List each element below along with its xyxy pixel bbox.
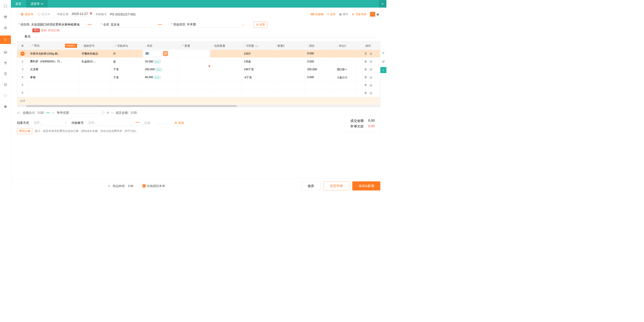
cell-unit2[interactable]: 小盒(1小 [335, 73, 356, 81]
cell-qty2[interactable] [273, 58, 305, 65]
cell-quote[interactable]: 0.000 [305, 73, 335, 81]
allocation-button[interactable]: 费用分摊 [17, 128, 32, 134]
delete-row-icon[interactable]: 🗑 [364, 83, 367, 87]
calendar-icon[interactable]: 📅 [89, 12, 92, 15]
cell-quote[interactable] [305, 81, 335, 89]
pay-account-select[interactable]: 选择...••• [88, 120, 140, 126]
nav-home-icon[interactable] [2, 3, 8, 9]
col-unit[interactable]: ⇅*采购单位 [111, 42, 142, 50]
cell-product[interactable] [28, 89, 79, 97]
cell-qty[interactable] [178, 89, 210, 97]
cell-unit[interactable]: 斤 [111, 50, 142, 58]
cell-spec[interactable] [79, 89, 111, 97]
table-row[interactable]: 4 草莓 千克 40.000历史 -9千克 0.000 小盒(1小 🗑⊞ [17, 73, 380, 81]
nav-contact-icon[interactable] [2, 82, 8, 88]
rail-note-icon[interactable]: 🗏 [380, 50, 386, 56]
cell-qty[interactable] [178, 81, 210, 89]
warehouse-input[interactable]: 北京仓 ••• [111, 21, 162, 28]
price-more-button[interactable]: ⋯ [163, 51, 168, 56]
nav-finance-icon[interactable]: ¥ [2, 60, 8, 66]
radio-purchase[interactable]: 进货单 [21, 12, 33, 16]
price-input[interactable]: 35 [143, 51, 162, 57]
cell-avail[interactable] [242, 89, 273, 97]
note-input[interactable] [32, 35, 379, 37]
cell-unit[interactable] [111, 81, 142, 89]
view-list-icon[interactable]: ≡ [370, 12, 375, 16]
cell-price[interactable]: 35⋯ [143, 50, 178, 58]
add-payment-button[interactable]: ⊕添加 [175, 121, 184, 125]
col-avail[interactable]: ⇅可用量（... [242, 42, 273, 50]
shortcut-button[interactable]: ⌨快捷键 [310, 12, 324, 16]
cell-qty2[interactable] [273, 81, 305, 89]
cell-pack[interactable] [210, 89, 241, 97]
scan-button[interactable]: 扫码录入 [65, 44, 77, 48]
cell-price[interactable]: 40.000历史 [143, 73, 178, 81]
cell-unit[interactable]: 千克 [111, 65, 142, 73]
copy-row-icon[interactable]: ⊞ [370, 83, 372, 87]
nav-report-icon[interactable] [2, 71, 8, 77]
cell-spec[interactable]: 礼盒装01-... [79, 58, 111, 65]
cell-quote[interactable] [305, 89, 335, 97]
cell-quote[interactable]: 200.000 [305, 65, 335, 73]
history-tag[interactable]: 历史 [154, 76, 160, 79]
save-new-button[interactable]: 保存&新增 [352, 181, 380, 191]
cell-unit2[interactable]: 袋(1袋 ≈ [335, 65, 356, 73]
cell-qty2[interactable] [273, 50, 305, 58]
cell-unit[interactable] [111, 89, 142, 97]
add-row-button[interactable]: + [20, 52, 25, 56]
col-price[interactable]: ⇅单价 [143, 42, 178, 50]
cell-qty2[interactable] [273, 89, 305, 97]
col-product[interactable]: ⇅*商品扫码录入 [28, 42, 79, 50]
cell-avail[interactable] [242, 81, 273, 89]
more-icon[interactable]: ••• [88, 23, 92, 26]
col-unit2[interactable]: ⇅单位2 [335, 42, 356, 50]
delete-row-icon[interactable]: 🗑 [364, 52, 367, 55]
cell-spec[interactable] [79, 73, 111, 81]
col-quote[interactable]: ⇅报价 [305, 42, 335, 50]
cell-qty2[interactable] [273, 65, 305, 73]
cell-pack[interactable] [210, 58, 241, 65]
col-qty[interactable]: ⇅*数量 [178, 42, 210, 50]
cell-avail[interactable]: 136盒 [242, 58, 273, 65]
supplier-input[interactable]: 大连花园口经济区景和水果种植基地 ••• [31, 21, 92, 28]
rail-link-icon[interactable]: 🔗 [380, 59, 386, 65]
cell-qty[interactable] [178, 65, 210, 73]
cell-spec[interactable] [79, 81, 111, 89]
select-order-button[interactable]: ⟳选单 [327, 12, 336, 16]
save-draft-button[interactable]: 保存草稿 [324, 181, 349, 191]
cell-price[interactable]: 26.000历史 [143, 58, 178, 65]
cell-pack[interactable] [210, 81, 241, 89]
cell-pack[interactable] [210, 50, 241, 58]
gear-icon[interactable]: ⚙ [17, 42, 28, 50]
cell-avail[interactable]: -9千克 [242, 73, 273, 81]
history-tag[interactable]: 历史 [156, 68, 162, 71]
view-grid-icon[interactable]: ▤ [375, 12, 380, 16]
cell-unit2[interactable] [335, 50, 356, 58]
nav-warehouse-icon[interactable] [2, 49, 8, 55]
cell-product[interactable]: 火龙果 [28, 65, 79, 73]
cell-product[interactable]: 华美华夫软饼1200g 糕... [28, 50, 79, 58]
discount-input[interactable] [72, 112, 99, 114]
table-row[interactable]: 3 火龙果 千克 200.000历史 198千克 200.000 袋(1袋 ≈ … [17, 65, 380, 73]
table-row[interactable]: 6 🗑⊞ [17, 89, 380, 97]
copy-row-icon[interactable]: ⊞ [370, 91, 372, 95]
tab-purchase[interactable]: 进货单 ✕ [26, 0, 48, 8]
delete-row-icon[interactable]: 🗑 [364, 76, 367, 79]
chevron-down-icon[interactable]: ⌄ [242, 23, 244, 26]
cell-quote[interactable]: 0.000 [305, 58, 335, 65]
table-row[interactable]: + 华美华夫软饼1200g 糕... 早餐休闲食品 斤 35⋯ 126斤 0.0… [17, 50, 380, 58]
pay-amount-input[interactable] [155, 122, 170, 124]
copy-row-icon[interactable]: ⊞ [370, 68, 372, 71]
nav-gift-icon[interactable] [2, 14, 8, 20]
cell-spec[interactable]: 早餐休闲食品 [79, 50, 111, 58]
cell-unit[interactable]: 盒 [111, 58, 142, 65]
table-row[interactable]: 5 🗑⊞ [17, 81, 380, 89]
cell-product[interactable] [28, 81, 79, 89]
nav-sale-icon[interactable]: $ [2, 25, 8, 31]
copy-row-icon[interactable]: ⊞ [370, 52, 372, 55]
cell-spec[interactable] [79, 65, 111, 73]
cell-unit2[interactable] [335, 81, 356, 89]
rail-expand-icon[interactable]: ⤢ [380, 67, 386, 73]
operate-button[interactable]: ▦操作 [339, 12, 348, 16]
invoice-select[interactable]: 不开票 ⌄ [187, 21, 244, 28]
